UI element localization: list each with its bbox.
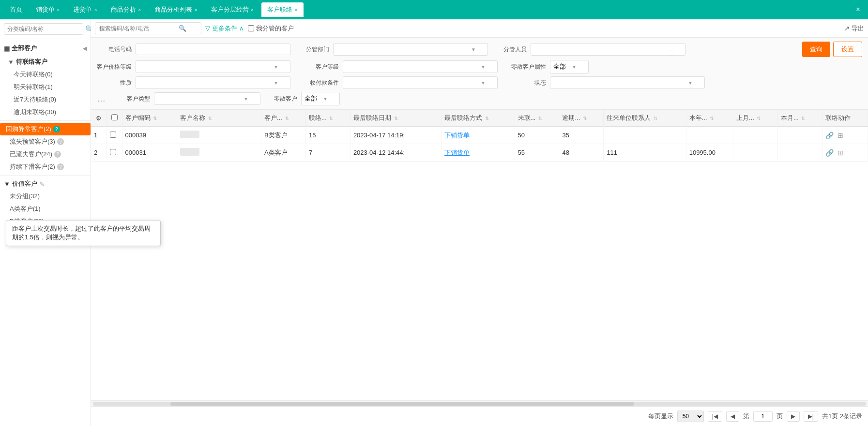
cell-contact: 15 — [305, 127, 350, 144]
nav-customer-layer-close[interactable]: × — [251, 7, 254, 13]
th-type[interactable]: 客户... ⇅ — [261, 110, 306, 127]
cell-name — [177, 144, 261, 162]
nav-product-analysis-list[interactable]: 商品分析列表 × — [149, 2, 203, 17]
sidebar-search-icon[interactable]: 🔍 — [85, 25, 91, 33]
sidebar-search-input[interactable] — [4, 23, 83, 35]
first-page-button[interactable]: |◀ — [708, 411, 722, 422]
page-number-input[interactable] — [753, 411, 773, 422]
cell-last-way: 下销货单 — [442, 144, 515, 162]
th-this-year[interactable]: 本年... ⇅ — [686, 110, 733, 127]
scatter-customer-arrow: ▼ — [323, 96, 328, 102]
th-not-contact[interactable]: 未联... ⇅ — [515, 110, 559, 127]
nav-product-analysis-list-close[interactable]: × — [194, 7, 197, 13]
th-contact[interactable]: 联络... ⇅ — [305, 110, 350, 127]
nav-product-analysis[interactable]: 商品分析 × — [105, 2, 147, 17]
nav-sales-close[interactable]: × — [57, 7, 60, 13]
filter-more-conditions[interactable]: ▽ 更多条件 ∧ — [205, 24, 244, 33]
sidebar-item-tomorrow[interactable]: 明天待联络(1) — [4, 81, 91, 93]
customer-level-dropdown[interactable]: ▼ — [343, 60, 498, 73]
cell-last-month — [733, 144, 778, 162]
page-size-select[interactable]: 50 20 100 — [677, 411, 704, 422]
nav-purchase[interactable]: 进货单 × — [67, 2, 103, 17]
nav-product-analysis-close[interactable]: × — [138, 7, 141, 13]
scatter-attr-dropdown[interactable]: 全部 ▼ — [550, 60, 589, 73]
cell-last-date: 2023-04-12 14:44: — [350, 144, 441, 162]
sidebar-item-a-class[interactable]: A类客户(1) — [0, 203, 91, 215]
nav-purchase-close[interactable]: × — [94, 7, 97, 13]
scroll-thumb[interactable] — [170, 402, 634, 406]
nav-customer-contact[interactable]: 客户联络 × — [261, 2, 303, 17]
sidebar-item-ungrouped[interactable]: 未分组(32) — [0, 190, 91, 203]
last-page-button[interactable]: ▶| — [804, 411, 818, 422]
filter-search-icon[interactable]: 🔍 — [179, 25, 186, 32]
filter-search-input[interactable] — [99, 25, 177, 32]
sidebar-item-repurchase-abnormal[interactable]: 回购异常客户(2) ? — [0, 123, 91, 135]
sidebar-item-7days[interactable]: 近7天待联络(0) — [4, 93, 91, 106]
person-dropdown[interactable]: … — [531, 43, 685, 56]
filter-price-level: 客户价格等级 ▼ — [97, 60, 290, 73]
th-code[interactable]: 客户编码 ⇅ — [122, 110, 177, 127]
arrow-down-icon2: ▼ — [4, 180, 10, 188]
sidebar-item-today[interactable]: 今天待联络(0) — [4, 68, 91, 81]
action-link-icon[interactable]: 🔗 — [825, 149, 834, 157]
my-customers-checkbox[interactable] — [248, 25, 254, 31]
churn-warning-info-icon[interactable]: ? — [57, 138, 64, 145]
action-link-icon[interactable]: 🔗 — [825, 132, 834, 139]
prev-page-button[interactable]: ◀ — [726, 411, 739, 422]
action-grid-icon[interactable]: ⊞ — [838, 132, 843, 139]
phone-input[interactable] — [136, 44, 290, 55]
th-last-way[interactable]: 最后联络方式 ⇅ — [442, 110, 515, 127]
gender-dropdown[interactable]: ▼ — [136, 76, 290, 89]
th-last-date[interactable]: 最后联络日期 ⇅ — [350, 110, 441, 127]
this-year-sort-icon: ⇅ — [710, 116, 714, 121]
cell-overdue: 48 — [559, 144, 604, 162]
th-last-month[interactable]: 上月... ⇅ — [733, 110, 778, 127]
nav-home[interactable]: 首页 — [4, 2, 28, 17]
nav-customer-layer[interactable]: 客户分层经营 × — [205, 2, 259, 17]
last-way-link[interactable]: 下销货单 — [444, 132, 470, 139]
window-close-icon[interactable]: × — [852, 5, 864, 14]
th-overdue[interactable]: 逾期... ⇅ — [559, 110, 604, 127]
scatter-customer-dropdown[interactable]: 全部 ▼ — [301, 92, 340, 105]
last-way-link[interactable]: 下销货单 — [444, 149, 470, 156]
cell-action: 🔗 ⊞ — [822, 144, 868, 162]
select-all-checkbox[interactable] — [111, 114, 118, 120]
nav-sales[interactable]: 销货单 × — [30, 2, 65, 17]
setting-button[interactable]: 设置 — [833, 42, 862, 57]
sidebar-pending-header[interactable]: ▼ 待联络客户 — [4, 56, 91, 68]
next-page-button[interactable]: ▶ — [787, 411, 800, 422]
sidebar-item-overdue[interactable]: 逾期未联络(30) — [4, 106, 91, 118]
payment-dropdown[interactable]: ▼ — [343, 76, 498, 89]
price-level-dropdown[interactable]: ▼ — [136, 60, 290, 73]
row-checkbox[interactable] — [110, 132, 116, 138]
churned-info-icon[interactable]: ? — [54, 151, 61, 158]
th-settings[interactable]: ⚙ — [91, 110, 107, 127]
customer-level-arrow: ▼ — [481, 64, 486, 70]
declining-info-icon[interactable]: ? — [57, 163, 64, 170]
th-unit-contact[interactable]: 往来单位联系人 ⇅ — [604, 110, 686, 127]
nav-customer-contact-close[interactable]: × — [294, 7, 297, 13]
th-name[interactable]: 客户名称 ⇅ — [177, 110, 261, 127]
status-dropdown[interactable]: ▼ — [550, 76, 705, 89]
export-button[interactable]: ↗ 导出 — [844, 24, 864, 33]
sidebar-item-churn-warning[interactable]: 流失预警客户(3) ? — [0, 135, 91, 148]
cell-checkbox — [107, 144, 122, 162]
value-group-edit-icon[interactable]: ✎ — [39, 180, 45, 188]
cell-type: B类客户 — [261, 127, 306, 144]
row-checkbox[interactable] — [110, 149, 116, 155]
cell-this-month — [777, 144, 822, 162]
arrow-down-icon: ▼ — [8, 59, 14, 66]
sidebar-item-declining[interactable]: 持续下滑客户(2) ? — [0, 161, 91, 173]
action-grid-icon[interactable]: ⊞ — [838, 149, 843, 157]
sidebar-item-churned[interactable]: 已流失客户(24) ? — [0, 148, 91, 161]
query-button[interactable]: 查询 — [802, 42, 830, 57]
customer-type-dropdown[interactable]: ▼ — [154, 92, 260, 105]
dept-dropdown[interactable]: ▼ — [333, 43, 488, 56]
repurchase-info-icon[interactable]: ? — [53, 126, 60, 132]
horizontal-scroll-bar[interactable] — [91, 400, 868, 406]
sidebar-value-group-header[interactable]: ▼ 价值客户 ✎ — [0, 177, 91, 190]
th-this-month[interactable]: 本月... ⇅ — [777, 110, 822, 127]
more-dots-icon[interactable]: … — [97, 94, 106, 104]
sidebar-collapse-icon[interactable]: ◀ — [83, 45, 87, 52]
sidebar-all-customers[interactable]: ▦ 全部客户 ◀ — [0, 41, 91, 56]
